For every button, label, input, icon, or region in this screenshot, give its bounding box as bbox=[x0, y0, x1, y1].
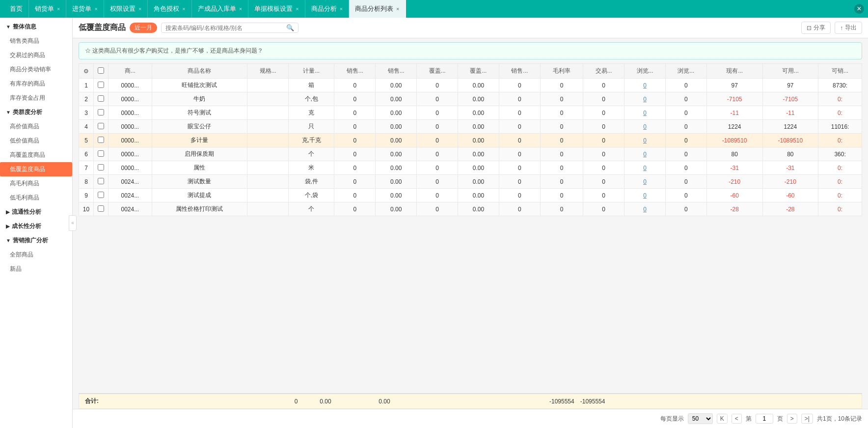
sidebar-item-stocked-products[interactable]: 有库存的商品 bbox=[0, 77, 72, 91]
sidebar-item-traded-products[interactable]: 交易过的商品 bbox=[0, 48, 72, 62]
sidebar-item-sales-products[interactable]: 销售类商品 bbox=[0, 34, 72, 48]
sidebar-item-low-profit[interactable]: 低毛利商品 bbox=[0, 191, 72, 205]
table-cell: -1089510 bbox=[706, 134, 762, 147]
col-code[interactable]: 商... bbox=[108, 64, 152, 79]
sidebar-section-liquidity[interactable]: ▶ 流通性分析 bbox=[0, 205, 72, 219]
row-checkbox[interactable] bbox=[98, 95, 104, 102]
col-cover1[interactable]: 覆盖... bbox=[417, 64, 458, 79]
col-unit[interactable]: 计量... bbox=[289, 64, 334, 79]
nav-purchase-order[interactable]: 进货单 × bbox=[66, 0, 104, 18]
sidebar-item-low-value[interactable]: 低价值商品 bbox=[0, 134, 72, 148]
col-checkbox[interactable] bbox=[94, 64, 108, 79]
nav-template-settings[interactable]: 单据模板设置 × bbox=[248, 0, 305, 18]
browse-link[interactable]: 0 bbox=[643, 192, 647, 199]
table-cell: 启用保质期 bbox=[152, 147, 247, 161]
col-spec[interactable]: 规格... bbox=[247, 64, 289, 79]
table-cell bbox=[94, 147, 108, 161]
nav-role-auth[interactable]: 角色授权 × bbox=[148, 0, 191, 18]
next-page-button[interactable]: > bbox=[787, 414, 797, 424]
first-page-button[interactable]: K bbox=[717, 414, 728, 424]
current-page-input[interactable] bbox=[756, 414, 773, 424]
col-sales1[interactable]: 销售... bbox=[334, 64, 376, 79]
close-icon[interactable]: × bbox=[340, 6, 343, 12]
browse-link[interactable]: 0 bbox=[643, 96, 647, 103]
close-icon[interactable]: × bbox=[57, 6, 60, 12]
table-cell: 9 bbox=[79, 189, 94, 202]
browse-link[interactable]: 0 bbox=[643, 178, 647, 185]
col-trade[interactable]: 交易... bbox=[583, 64, 624, 79]
sidebar-item-inventory-capital[interactable]: 库存资金占用 bbox=[0, 91, 72, 105]
table-wrapper[interactable]: ⚙ 商... 商品名称 规格... 计量... 销售... 销售... 覆盖..… bbox=[79, 63, 862, 393]
col-profit[interactable]: 毛利率 bbox=[540, 64, 583, 79]
sidebar-item-all-products[interactable]: 全部商品 bbox=[0, 248, 72, 262]
row-checkbox[interactable] bbox=[98, 164, 104, 171]
nav-product-storage[interactable]: 产成品入库单 × bbox=[192, 0, 248, 18]
col-browse2[interactable]: 浏览... bbox=[665, 64, 706, 79]
browse-link[interactable]: 0 bbox=[643, 82, 647, 89]
per-page-select[interactable]: 50 100 200 bbox=[688, 413, 713, 424]
sidebar-item-new-products[interactable]: 新品 bbox=[0, 262, 72, 276]
sidebar-section-marketing[interactable]: ▼ 营销推广分析 bbox=[0, 233, 72, 248]
prev-page-button[interactable]: < bbox=[732, 414, 742, 424]
row-checkbox[interactable] bbox=[98, 137, 104, 143]
sidebar-item-high-coverage[interactable]: 高覆盖度商品 bbox=[0, 148, 72, 162]
nav-product-analysis-list[interactable]: 商品分析列表 × bbox=[349, 0, 406, 18]
sidebar-item-high-value[interactable]: 高价值商品 bbox=[0, 119, 72, 134]
table-cell: 0.00 bbox=[458, 120, 499, 134]
table-cell: 0 bbox=[583, 161, 624, 175]
table-cell: 0 bbox=[583, 147, 624, 161]
export-button[interactable]: ↑ 导出 bbox=[835, 22, 862, 34]
table-cell: 眼宝公仔 bbox=[152, 120, 247, 134]
table-cell: 0 bbox=[624, 106, 666, 120]
col-settings[interactable]: ⚙ bbox=[79, 64, 94, 79]
sidebar-section-growth[interactable]: ▶ 成长性分析 bbox=[0, 219, 72, 233]
row-checkbox[interactable] bbox=[98, 82, 104, 88]
select-all-checkbox[interactable] bbox=[98, 67, 104, 74]
row-checkbox[interactable] bbox=[98, 109, 104, 115]
row-checkbox[interactable] bbox=[98, 123, 104, 129]
period-button[interactable]: 近一月 bbox=[130, 23, 157, 33]
row-checkbox[interactable] bbox=[98, 150, 104, 157]
browse-link[interactable]: 0 bbox=[643, 123, 647, 130]
browse-link[interactable]: 0 bbox=[643, 151, 647, 158]
table-cell: -31 bbox=[762, 161, 818, 175]
col-browse1[interactable]: 浏览... bbox=[624, 64, 666, 79]
browse-link[interactable]: 0 bbox=[643, 165, 647, 171]
nav-sales-order[interactable]: 销货单 × bbox=[29, 0, 66, 18]
close-icon[interactable]: × bbox=[138, 6, 141, 12]
footer-label: 合计: bbox=[85, 397, 99, 405]
col-sales3[interactable]: 销售... bbox=[499, 64, 540, 79]
nav-home[interactable]: 首页 bbox=[4, 0, 29, 18]
nav-permissions[interactable]: 权限设置 × bbox=[104, 0, 148, 18]
close-icon[interactable]: × bbox=[94, 6, 97, 12]
nav-product-analysis[interactable]: 商品分析 × bbox=[305, 0, 349, 18]
col-available[interactable]: 可用... bbox=[762, 64, 818, 79]
row-checkbox[interactable] bbox=[98, 205, 104, 212]
search-input[interactable] bbox=[165, 25, 286, 31]
last-page-button[interactable]: >| bbox=[801, 414, 813, 424]
table-cell: 0.00 bbox=[376, 120, 417, 134]
close-icon[interactable]: × bbox=[396, 6, 399, 12]
close-all-button[interactable]: × bbox=[854, 4, 864, 14]
browse-link[interactable]: 0 bbox=[643, 206, 647, 213]
close-icon[interactable]: × bbox=[239, 6, 242, 12]
browse-link[interactable]: 0 bbox=[643, 110, 647, 116]
sidebar-collapse-button[interactable]: « bbox=[69, 215, 77, 231]
sidebar-item-low-coverage[interactable]: 低覆盖度商品 bbox=[0, 162, 72, 176]
table-cell: 0 bbox=[540, 175, 583, 189]
share-button[interactable]: ⊡ 分享 bbox=[801, 22, 831, 34]
sidebar-item-high-profit[interactable]: 高毛利商品 bbox=[0, 176, 72, 191]
col-cover2[interactable]: 覆盖... bbox=[458, 64, 499, 79]
sidebar-section-overall[interactable]: ▼ 整体信息 bbox=[0, 20, 72, 34]
close-icon[interactable]: × bbox=[182, 6, 185, 12]
col-current[interactable]: 现有... bbox=[706, 64, 762, 79]
browse-link[interactable]: 0 bbox=[643, 137, 647, 144]
sidebar-section-cluster[interactable]: ▼ 类群度分析 bbox=[0, 105, 72, 119]
row-checkbox[interactable] bbox=[98, 178, 104, 184]
col-saleable[interactable]: 可销... bbox=[818, 64, 862, 79]
row-checkbox[interactable] bbox=[98, 192, 104, 198]
close-icon[interactable]: × bbox=[296, 6, 298, 12]
col-sales2[interactable]: 销售... bbox=[376, 64, 417, 79]
col-name[interactable]: 商品名称 bbox=[152, 64, 247, 79]
sidebar-item-category-turnover[interactable]: 商品分类动销率 bbox=[0, 62, 72, 77]
